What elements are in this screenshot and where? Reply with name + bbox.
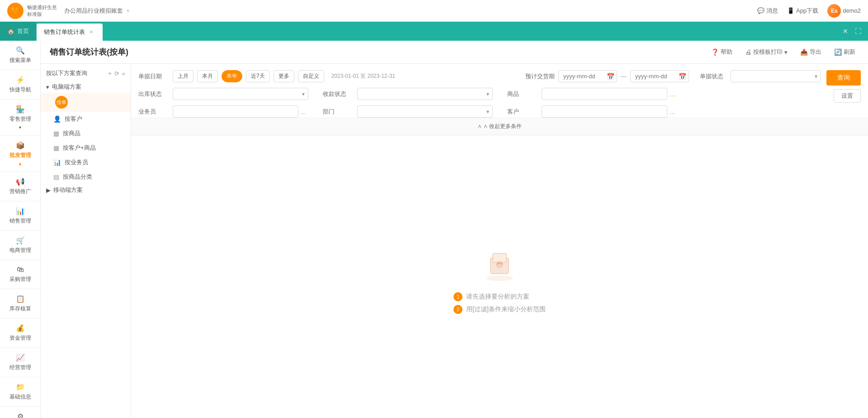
sidebar-item-quick-nav[interactable]: ⚡ 快捷导航 bbox=[0, 70, 40, 100]
date-label: 单据日期 bbox=[138, 72, 165, 81]
app-download-button[interactable]: 📱 App下载 bbox=[787, 7, 818, 15]
tab-sales-order-stat[interactable]: 销售订单统计表 × bbox=[37, 24, 103, 41]
sidebar-item-wholesale[interactable]: 📦 批发管理 ▴ bbox=[0, 136, 40, 172]
department-label: 部门 bbox=[323, 108, 350, 116]
tab-bar-right: ✕ ⛶ bbox=[841, 22, 868, 41]
collapse-panel-icon[interactable]: « bbox=[122, 70, 125, 77]
order-status-select[interactable] bbox=[731, 70, 821, 82]
svg-point-4 bbox=[497, 262, 499, 264]
collapse-button[interactable]: ∧ ∧ 收起更多条件 bbox=[131, 118, 868, 135]
customer-input[interactable] bbox=[542, 105, 667, 118]
filter-row-2: 出库状态 ▾ 收款状态 ▾ 商品 bbox=[138, 88, 821, 100]
breadcrumb-arrow: ▾ bbox=[127, 8, 129, 14]
refresh-scheme-icon[interactable]: ⟳ bbox=[114, 70, 119, 77]
export-button[interactable]: 📤 导出 bbox=[797, 46, 825, 58]
sidebar-item-inventory[interactable]: 📋 库存核算 bbox=[0, 289, 40, 318]
main-layout: 🔍 搜索菜单 ⚡ 快捷导航 🏪 零售管理 ▾ 📦 批发管理 ▴ 📢 营销推广 📊… bbox=[0, 41, 868, 418]
sidebar-item-sales[interactable]: 📊 销售管理 bbox=[0, 201, 40, 231]
sidebar-item-retail[interactable]: 🏪 零售管理 ▾ bbox=[0, 100, 40, 136]
page-header: 销售订单统计表(按单) ❓ 帮助 🖨 按模板打印 ▾ 📤 导出 🔄 刷新 bbox=[41, 41, 868, 64]
sidebar-item-operations[interactable]: 📈 经营管理 bbox=[0, 348, 40, 377]
date-btn-this-year[interactable]: 本年 bbox=[222, 70, 242, 82]
home-icon: 🏠 bbox=[7, 28, 14, 35]
inner-layout: 按以下方案查询 + ⟳ « ▾ 电脑端方案 按单 bbox=[41, 64, 868, 418]
tab-expand-icon[interactable]: ⛶ bbox=[854, 27, 863, 36]
settings-button[interactable]: 设置 bbox=[834, 89, 861, 103]
sidebar-item-search[interactable]: 🔍 搜索菜单 bbox=[0, 41, 40, 70]
message-icon: 💬 bbox=[757, 7, 764, 14]
panel-item-by-customer[interactable]: 👤 按客户 bbox=[41, 112, 131, 126]
empty-hint-2: 2 用[过滤]条件来缩小分析范围 bbox=[453, 305, 546, 314]
date-separator: — bbox=[621, 73, 627, 80]
empty-hint-1: 1 请先选择要分析的方案 bbox=[453, 292, 546, 301]
collapse-icon: ∧ bbox=[477, 123, 482, 129]
goods-input[interactable] bbox=[542, 88, 667, 100]
payment-status-label: 收款状态 bbox=[323, 90, 350, 98]
refresh-button[interactable]: 🔄 刷新 bbox=[830, 46, 859, 58]
sidebar-item-marketing[interactable]: 📢 营销推广 bbox=[0, 172, 40, 201]
date-btn-last-month[interactable]: 上月 bbox=[173, 70, 193, 82]
cust-goods-icon: ▦ bbox=[53, 144, 59, 152]
customer-label: 客户 bbox=[507, 108, 534, 116]
panel-section-pc[interactable]: ▾ 电脑端方案 bbox=[41, 81, 131, 93]
user-area[interactable]: Ea demo2 bbox=[827, 4, 861, 18]
page-title: 销售订单统计表(按单) bbox=[50, 47, 128, 57]
payment-status-select[interactable] bbox=[357, 88, 493, 100]
panel-item-by-order[interactable]: 按单 bbox=[41, 93, 131, 112]
expected-delivery-label: 预计交货期 bbox=[525, 72, 555, 81]
basic-icon: 📁 bbox=[16, 383, 25, 391]
add-scheme-icon[interactable]: + bbox=[108, 70, 112, 77]
sidebar-item-finance[interactable]: 💰 资金管理 bbox=[0, 318, 40, 348]
panel-item-by-category[interactable]: ▤ 按商品分类 bbox=[41, 170, 131, 184]
goods-more-icon[interactable]: … bbox=[667, 90, 677, 98]
avatar: Ea bbox=[827, 4, 841, 18]
panel-item-by-goods[interactable]: ▦ 按商品 bbox=[41, 126, 131, 141]
top-bar-right: 💬 消息 📱 App下载 Ea demo2 bbox=[757, 4, 861, 18]
salesperson-more-icon[interactable]: … bbox=[298, 108, 308, 115]
date-from-calendar-icon[interactable]: 📅 bbox=[607, 73, 614, 80]
department-select[interactable] bbox=[357, 105, 493, 118]
category-icon: ▤ bbox=[53, 173, 59, 180]
purchase-icon: 🛍 bbox=[17, 266, 24, 274]
sidebar-item-system[interactable]: ⚙ 系统管理 bbox=[0, 407, 40, 418]
tab-close-icon[interactable]: × bbox=[88, 28, 95, 36]
filter-row-3: 业务员 … 部门 ▾ 客户 bbox=[138, 105, 821, 118]
print-arrow-icon: ▾ bbox=[784, 49, 788, 56]
panel-item-by-salesperson[interactable]: 📊 按业务员 bbox=[41, 155, 131, 170]
salesperson-input[interactable] bbox=[173, 105, 298, 118]
query-button-group: 查询 设置 bbox=[826, 70, 861, 118]
sidebar-item-basic[interactable]: 📁 基础信息 bbox=[0, 377, 40, 407]
customer-more-icon[interactable]: … bbox=[667, 108, 677, 115]
store-icon: 🏪 bbox=[16, 105, 25, 114]
panel-item-by-cust-goods[interactable]: ▦ 按客户+商品 bbox=[41, 141, 131, 155]
wholesale-arrow-icon: ▴ bbox=[19, 161, 21, 166]
panel-section-mobile[interactable]: ▶ 移动端方案 bbox=[41, 184, 131, 196]
tab-home[interactable]: 🏠 首页 bbox=[0, 22, 37, 41]
retail-arrow-icon: ▾ bbox=[19, 125, 21, 130]
empty-state: 1 请先选择要分析的方案 2 用[过滤]条件来缩小分析范围 bbox=[131, 135, 868, 418]
inventory-icon: 📋 bbox=[16, 294, 25, 303]
messages-button[interactable]: 💬 消息 bbox=[757, 7, 778, 15]
salesperson-icon: 📊 bbox=[53, 159, 61, 166]
help-button[interactable]: ❓ 帮助 bbox=[708, 46, 736, 58]
date-to-calendar-icon[interactable]: 📅 bbox=[679, 73, 686, 80]
customer-icon: 👤 bbox=[53, 115, 61, 123]
export-icon: 📤 bbox=[800, 48, 808, 56]
ecommerce-icon: 🛒 bbox=[16, 236, 25, 245]
shipping-status-select[interactable] bbox=[173, 88, 308, 100]
sidebar-item-purchase[interactable]: 🛍 采购管理 bbox=[0, 260, 40, 289]
date-btn-this-month[interactable]: 本月 bbox=[197, 70, 218, 82]
help-icon: ❓ bbox=[711, 48, 719, 56]
date-btn-custom[interactable]: 自定义 bbox=[298, 70, 324, 82]
tab-close-all-icon[interactable]: ✕ bbox=[841, 27, 850, 36]
svg-point-0 bbox=[486, 276, 513, 281]
sidebar-item-ecommerce[interactable]: 🛒 电商管理 bbox=[0, 231, 40, 260]
query-button[interactable]: 查询 bbox=[826, 70, 861, 86]
hint-num-2: 2 bbox=[453, 305, 462, 314]
date-btn-7days[interactable]: 近7天 bbox=[246, 70, 270, 82]
goods-label: 商品 bbox=[507, 90, 534, 98]
print-icon: 🖨 bbox=[745, 48, 751, 56]
template-print-button[interactable]: 🖨 按模板打印 ▾ bbox=[741, 46, 791, 58]
tab-bar: 🏠 首页 销售订单统计表 × ✕ ⛶ bbox=[0, 22, 868, 41]
date-btn-more[interactable]: 更多 bbox=[274, 70, 294, 82]
